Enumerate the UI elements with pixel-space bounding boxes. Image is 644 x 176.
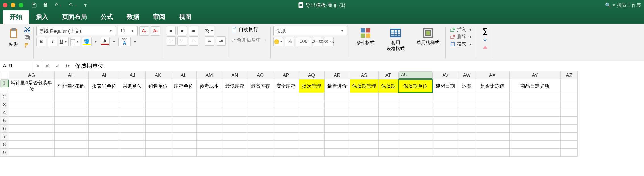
- cell-AO3[interactable]: [248, 101, 273, 109]
- cell-AG6[interactable]: [9, 125, 54, 133]
- cell-AR1[interactable]: 最新进价: [324, 79, 350, 93]
- align-right-icon[interactable]: ≡: [189, 36, 198, 46]
- cell-AL8[interactable]: [171, 141, 196, 149]
- cell-AP9[interactable]: [273, 149, 299, 157]
- minimize-icon[interactable]: [11, 3, 15, 7]
- cell-AH7[interactable]: [54, 133, 88, 141]
- copy-icon[interactable]: [24, 34, 31, 41]
- cell-AW2[interactable]: [458, 93, 475, 101]
- paste-button[interactable]: 粘贴: [5, 26, 22, 49]
- align-center-icon[interactable]: ≡: [177, 36, 187, 46]
- cell-AV8[interactable]: [433, 141, 458, 149]
- cell-AI1[interactable]: 报表辅单位: [88, 79, 120, 93]
- orientation-button[interactable]: ab▾: [205, 26, 214, 35]
- cell-AL4[interactable]: [171, 109, 196, 117]
- font-name-select[interactable]: 等线 Regular (正文)▾: [36, 26, 116, 36]
- cell-AL7[interactable]: [171, 133, 196, 141]
- cell-AR7[interactable]: [324, 133, 350, 141]
- cell-AX2[interactable]: [475, 93, 509, 101]
- cell-AK4[interactable]: [145, 109, 171, 117]
- cell-AT9[interactable]: [378, 149, 398, 157]
- cell-AQ7[interactable]: [299, 133, 324, 141]
- cell-AG2[interactable]: [9, 93, 54, 101]
- row-header-9[interactable]: 9: [0, 149, 9, 157]
- cell-AZ4[interactable]: [560, 109, 577, 117]
- cell-AH4[interactable]: [54, 109, 88, 117]
- cell-AZ8[interactable]: [560, 141, 577, 149]
- cell-AS1[interactable]: 保质期管理: [350, 79, 378, 93]
- name-box-spinner[interactable]: ▲▼: [34, 61, 42, 71]
- cell-AZ1[interactable]: [560, 79, 577, 93]
- cell-AM8[interactable]: [196, 141, 222, 149]
- row-header-8[interactable]: 8: [0, 141, 9, 149]
- column-header-AG[interactable]: AG: [9, 71, 54, 79]
- cell-AO5[interactable]: [248, 117, 273, 125]
- select-all-corner[interactable]: [0, 71, 9, 79]
- column-header-AO[interactable]: AO: [248, 71, 273, 79]
- align-top-icon[interactable]: ≡: [166, 26, 176, 35]
- borders-button[interactable]: ▾: [70, 37, 80, 46]
- cell-AI8[interactable]: [88, 141, 120, 149]
- cell-AI4[interactable]: [88, 109, 120, 117]
- cell-AV5[interactable]: [433, 117, 458, 125]
- redo-icon[interactable]: ↷ ▾: [69, 2, 78, 8]
- cell-AT3[interactable]: [378, 101, 398, 109]
- cell-AO6[interactable]: [248, 125, 273, 133]
- increase-indent-icon[interactable]: ⇥: [216, 36, 226, 46]
- cell-AU2[interactable]: [398, 93, 433, 101]
- merge-center-button[interactable]: ⇄合并后居中▾: [231, 37, 268, 43]
- save-icon[interactable]: [31, 2, 37, 8]
- align-middle-icon[interactable]: ≡: [177, 26, 187, 35]
- cell-AR6[interactable]: [324, 125, 350, 133]
- autosum-icon[interactable]: ∑: [482, 27, 488, 36]
- cell-AH9[interactable]: [54, 149, 88, 157]
- cell-AN3[interactable]: [222, 101, 248, 109]
- cell-AP1[interactable]: 安全库存: [273, 79, 299, 93]
- cell-AJ7[interactable]: [120, 133, 145, 141]
- cell-AW3[interactable]: [458, 101, 475, 109]
- cell-AH5[interactable]: [54, 117, 88, 125]
- cell-AZ9[interactable]: [560, 149, 577, 157]
- cell-AI9[interactable]: [88, 149, 120, 157]
- cell-AS7[interactable]: [350, 133, 378, 141]
- currency-button[interactable]: 🪙▾: [273, 37, 283, 46]
- cell-AQ5[interactable]: [299, 117, 324, 125]
- cell-AU3[interactable]: [398, 101, 433, 109]
- cell-AZ6[interactable]: [560, 125, 577, 133]
- cell-AZ3[interactable]: [560, 101, 577, 109]
- row-header-5[interactable]: 5: [0, 117, 9, 125]
- cell-AQ2[interactable]: [299, 93, 324, 101]
- cell-AK1[interactable]: 销售单位: [145, 79, 171, 93]
- cell-AW9[interactable]: [458, 149, 475, 157]
- row-header-6[interactable]: 6: [0, 125, 9, 133]
- cell-AN6[interactable]: [222, 125, 248, 133]
- cell-AR5[interactable]: [324, 117, 350, 125]
- delete-cells-button[interactable]: 删除▾: [450, 34, 473, 40]
- cell-AR9[interactable]: [324, 149, 350, 157]
- cell-AN9[interactable]: [222, 149, 248, 157]
- cell-AY1[interactable]: 商品自定义项: [509, 79, 560, 93]
- cell-AV4[interactable]: [433, 109, 458, 117]
- cell-AX1[interactable]: 是否走冻链: [475, 79, 509, 93]
- cell-AW7[interactable]: [458, 133, 475, 141]
- cell-AY7[interactable]: [509, 133, 560, 141]
- cell-AH2[interactable]: [54, 93, 88, 101]
- cell-AG9[interactable]: [9, 149, 54, 157]
- cell-AU5[interactable]: [398, 117, 433, 125]
- cell-AX5[interactable]: [475, 117, 509, 125]
- cell-AS5[interactable]: [350, 117, 378, 125]
- cell-AU7[interactable]: [398, 133, 433, 141]
- sheet-search[interactable]: 🔍 ▾ 搜索工作表: [605, 2, 641, 9]
- cell-AR3[interactable]: [324, 101, 350, 109]
- print-icon[interactable]: [43, 2, 48, 8]
- fill-color-dropdown[interactable]: ▾: [93, 40, 98, 44]
- font-color-dropdown[interactable]: ▾: [111, 40, 117, 44]
- column-header-AV[interactable]: AV: [433, 71, 458, 79]
- cell-AL5[interactable]: [171, 117, 196, 125]
- cell-AV2[interactable]: [433, 93, 458, 101]
- close-icon[interactable]: [3, 3, 7, 7]
- insert-cells-button[interactable]: 插入▾: [450, 27, 473, 33]
- tab-insert[interactable]: 插入: [29, 10, 55, 24]
- cell-AR4[interactable]: [324, 109, 350, 117]
- cell-AJ2[interactable]: [120, 93, 145, 101]
